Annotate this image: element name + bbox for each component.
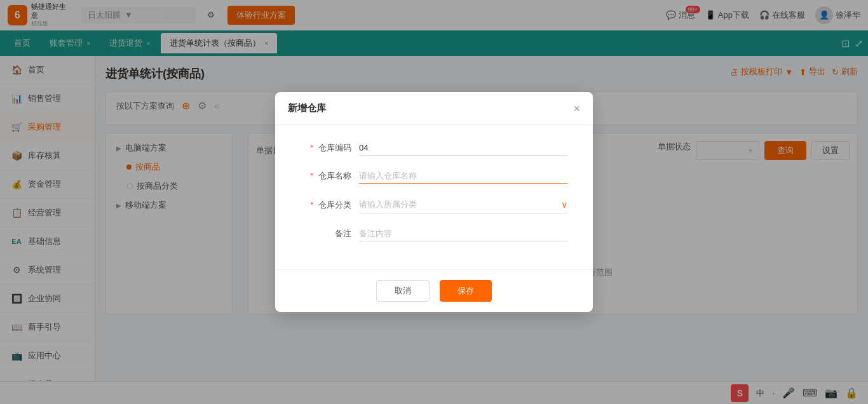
name-required-star: * bbox=[310, 171, 313, 180]
modal-body: * 仓库编码 * 仓库名称 * 仓库分类 请输入所属 bbox=[275, 125, 593, 269]
form-row-code: * 仓库编码 bbox=[301, 140, 567, 156]
name-input[interactable] bbox=[359, 168, 567, 184]
code-label-text: 仓库编码 bbox=[318, 143, 351, 152]
cancel-button[interactable]: 取消 bbox=[376, 280, 430, 302]
name-label: * 仓库名称 bbox=[301, 170, 351, 182]
form-row-category: * 仓库分类 请输入所属分类 ∨ bbox=[301, 196, 567, 213]
category-placeholder: 请输入所属分类 bbox=[359, 199, 417, 210]
category-label: * 仓库分类 bbox=[301, 199, 351, 211]
code-required-star: * bbox=[310, 143, 313, 152]
modal-overlay[interactable]: 新增仓库 × * 仓库编码 * 仓库名称 bbox=[0, 0, 868, 404]
code-input[interactable] bbox=[359, 140, 567, 156]
category-select[interactable]: 请输入所属分类 ∨ bbox=[359, 196, 567, 213]
code-label: * 仓库编码 bbox=[301, 142, 351, 154]
modal-footer: 取消 保存 bbox=[275, 269, 593, 312]
add-warehouse-modal: 新增仓库 × * 仓库编码 * 仓库名称 bbox=[275, 92, 593, 312]
note-label: 备注 bbox=[301, 228, 351, 239]
save-button[interactable]: 保存 bbox=[440, 280, 492, 302]
note-label-text: 备注 bbox=[335, 229, 351, 238]
modal-title: 新增仓库 bbox=[288, 102, 326, 114]
modal-close-button[interactable]: × bbox=[573, 103, 580, 114]
name-label-text: 仓库名称 bbox=[318, 171, 351, 180]
form-row-note: 备注 bbox=[301, 226, 567, 241]
category-caret-icon: ∨ bbox=[561, 199, 567, 210]
note-input[interactable] bbox=[359, 226, 567, 241]
category-label-text: 仓库分类 bbox=[318, 200, 351, 210]
category-required-star: * bbox=[310, 200, 313, 210]
modal-header: 新增仓库 × bbox=[275, 92, 593, 125]
form-row-name: * 仓库名称 bbox=[301, 168, 567, 184]
